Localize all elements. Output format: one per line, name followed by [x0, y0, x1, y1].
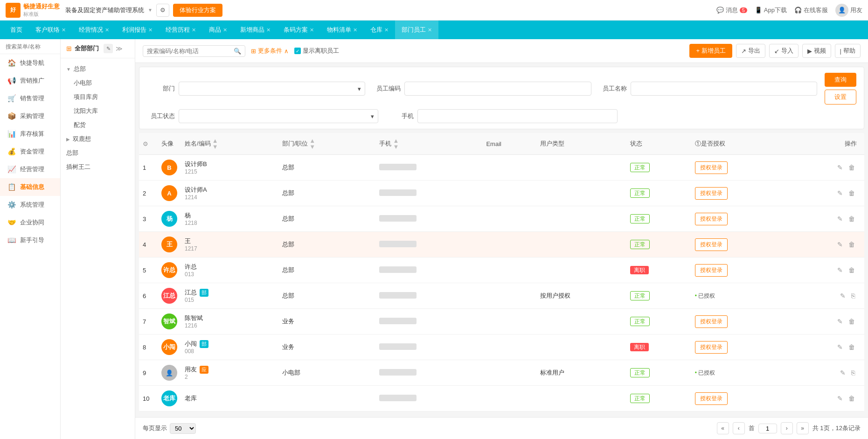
tab-add-goods[interactable]: 新增商品✕ — [234, 21, 277, 39]
tab-history[interactable]: 经营历程✕ — [159, 21, 202, 39]
auth-button[interactable]: 授权登录 — [695, 187, 728, 200]
auth-button[interactable]: 授权登录 — [695, 341, 728, 354]
sidebar-item-operations[interactable]: 📈 经营管理 — [0, 160, 60, 178]
tab-warehouse[interactable]: 仓库✕ — [364, 21, 395, 39]
delete-button[interactable]: 🗑 — [847, 214, 857, 223]
tab-dept-employee[interactable]: 部门员工✕ — [395, 21, 438, 39]
sidebar-item-quick-nav[interactable]: 🏠 快捷导航 — [0, 54, 60, 72]
copy-button[interactable]: ⎘ — [849, 291, 857, 300]
edit-button[interactable]: ✎ — [838, 291, 847, 300]
name-sort[interactable]: 姓名/编码 ▲▼ — [185, 138, 275, 150]
col-name-code[interactable]: 姓名/编码 ▲▼ — [181, 133, 278, 155]
sidebar-item-finance[interactable]: 💰 资金管理 — [0, 143, 60, 160]
edit-button[interactable]: ✎ — [835, 394, 845, 403]
dept-sort[interactable]: 部门/职位 ▲▼ — [282, 138, 372, 150]
tab-customer[interactable]: 客户联络✕ — [29, 21, 72, 39]
edit-button[interactable]: ✎ — [835, 188, 845, 198]
tab-close-dept[interactable]: ✕ — [428, 27, 432, 33]
emp-name-input[interactable] — [631, 82, 817, 96]
tab-goods[interactable]: 商品✕ — [202, 21, 234, 39]
sidebar-item-sales[interactable]: 🛒 销售管理 — [0, 90, 60, 107]
auth-button[interactable]: 授权登录 — [695, 213, 728, 225]
search-input[interactable] — [147, 48, 231, 55]
delete-button[interactable]: 🗑 — [847, 188, 857, 198]
sidebar-item-basic-info[interactable]: 📋 基础信息 — [0, 178, 60, 196]
edit-button[interactable]: ✎ — [835, 240, 845, 249]
tab-close-add-goods[interactable]: ✕ — [266, 27, 271, 33]
col-dept-position[interactable]: 部门/职位 ▲▼ — [278, 133, 376, 155]
app-download-btn[interactable]: 📱 App下载 — [755, 6, 787, 14]
message-btn[interactable]: 💬 消息 5 — [716, 6, 747, 14]
user-profile-btn[interactable]: 👤 用友 — [835, 4, 862, 17]
delete-button[interactable]: 🗑 — [847, 240, 857, 249]
tab-close-ops[interactable]: ✕ — [105, 27, 109, 33]
help-button[interactable]: | 帮助 — [835, 44, 861, 58]
page-size-select[interactable]: 50 100 200 — [170, 423, 196, 434]
tab-close-history[interactable]: ✕ — [192, 27, 196, 33]
delete-button[interactable]: 🗑 — [847, 265, 857, 275]
show-resigned-toggle[interactable]: ✓ 显示离职员工 — [294, 47, 339, 55]
settings-icon[interactable]: ⚙ — [156, 4, 169, 17]
tab-barcode[interactable]: 条码方案✕ — [277, 21, 320, 39]
sidebar-item-system[interactable]: ⚙️ 系统管理 — [0, 196, 60, 214]
dept-edit-btn[interactable]: ✎ — [104, 44, 113, 53]
dept-node-small-elec[interactable]: 小电部 — [61, 76, 135, 90]
sidebar-item-new-guide[interactable]: 📖 新手引导 — [0, 231, 60, 249]
delete-button[interactable]: 🗑 — [847, 317, 857, 326]
dept-node-shenyang[interactable]: 沈阳大库 — [61, 104, 135, 118]
set-button[interactable]: 设置 — [825, 90, 856, 105]
resigned-checkbox[interactable]: ✓ — [294, 48, 301, 54]
dept-collapse-btn[interactable]: ≫ — [116, 45, 123, 52]
dept-node-hq2[interactable]: 总部 — [61, 146, 135, 160]
dept-node-headquarters-parent[interactable]: ▼ 总部 — [61, 62, 135, 76]
delete-button[interactable]: 🗑 — [847, 342, 857, 352]
prev-page-btn[interactable]: ‹ — [733, 422, 745, 434]
tab-close-customer[interactable]: ✕ — [62, 27, 66, 33]
first-page-btn[interactable]: « — [717, 422, 729, 434]
tab-home[interactable]: 首页 — [4, 21, 29, 39]
tab-bom[interactable]: 物料清单✕ — [320, 21, 364, 39]
edit-button[interactable]: ✎ — [838, 368, 847, 377]
tab-close-bom[interactable]: ✕ — [353, 27, 357, 33]
delete-button[interactable]: 🗑 — [847, 394, 857, 403]
more-filter-btn[interactable]: ⊞ 更多条件 ∧ — [251, 47, 289, 55]
tab-close-warehouse[interactable]: ✕ — [384, 27, 389, 33]
delete-button[interactable]: 🗑 — [847, 163, 857, 172]
next-page-btn[interactable]: › — [781, 422, 793, 434]
auth-button[interactable]: 授权登录 — [695, 161, 728, 174]
sidebar-search-input[interactable] — [6, 43, 61, 50]
sidebar-item-corp-collab[interactable]: 🤝 企业协同 — [0, 214, 60, 231]
tab-close-goods[interactable]: ✕ — [223, 27, 227, 33]
page-number-input[interactable] — [758, 424, 777, 433]
phone-sort[interactable]: 手机 ▲▼ — [379, 138, 479, 150]
dept-node-planting-king[interactable]: 插树王二 — [61, 160, 135, 174]
emp-code-input[interactable] — [404, 82, 591, 96]
col-gear-icon[interactable]: ⚙ — [143, 140, 148, 147]
dept-node-dual-dream[interactable]: ▶ 双鹿想 — [61, 132, 135, 146]
import-button[interactable]: ↙ 导入 — [769, 44, 799, 58]
auth-button[interactable]: 授权登录 — [695, 315, 728, 328]
last-page-btn[interactable]: » — [797, 422, 809, 434]
edit-button[interactable]: ✎ — [835, 265, 845, 275]
search-button[interactable]: 查询 — [825, 73, 856, 87]
search-icon[interactable]: 🔍 — [234, 48, 241, 55]
dept-node-project-room[interactable]: 项目库房 — [61, 90, 135, 104]
export-button[interactable]: ↗ 导出 — [736, 44, 765, 58]
tab-close-profit[interactable]: ✕ — [148, 27, 153, 33]
add-employee-button[interactable]: + 新增员工 — [689, 44, 732, 58]
dept-node-distribution[interactable]: 配货 — [61, 118, 135, 132]
phone-input[interactable] — [417, 109, 617, 123]
auth-button[interactable]: 授权登录 — [695, 392, 728, 405]
edit-button[interactable]: ✎ — [835, 342, 845, 352]
tab-close-barcode[interactable]: ✕ — [310, 27, 314, 33]
col-phone[interactable]: 手机 ▲▼ — [375, 133, 482, 155]
tab-profit[interactable]: 利润报告✕ — [116, 21, 159, 39]
status-select[interactable]: ▾ — [179, 109, 378, 123]
sys-dropdown-arrow[interactable]: ▼ — [148, 7, 153, 13]
copy-button[interactable]: ⎘ — [849, 368, 857, 377]
tab-operations[interactable]: 经营情况✕ — [72, 21, 116, 39]
auth-button[interactable]: 授权登录 — [695, 238, 728, 251]
edit-button[interactable]: ✎ — [835, 317, 845, 326]
sidebar-item-purchase[interactable]: 📦 采购管理 — [0, 107, 60, 125]
edit-button[interactable]: ✎ — [835, 214, 845, 223]
